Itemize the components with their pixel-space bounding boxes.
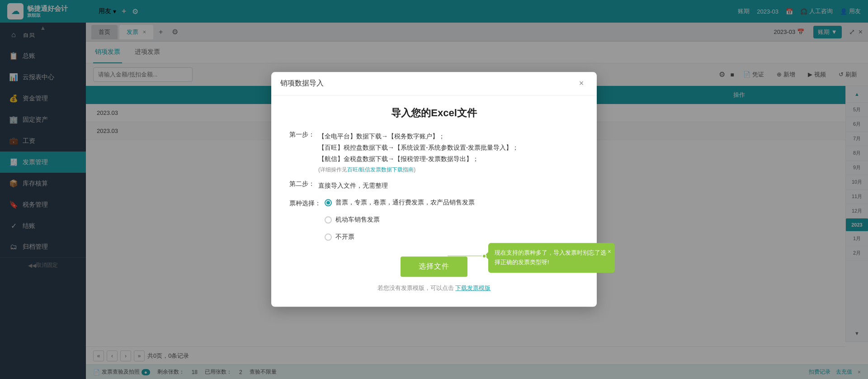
modal-import: 销项数据导入 × 导入您的Excel文件 第一步： 【全电平台】数据下载→【税务… [271,72,597,307]
modal-close-btn[interactable]: × [575,77,588,90]
ticket-general-label: 普票，专票，卷票，通行费发票，农产品销售发票 [335,199,475,207]
select-file-btn[interactable]: 选择文件 [401,257,467,277]
step1-label: 第一步： [289,131,315,175]
step1-content: 【全电平台】数据下载→【税务数字账户】； 【百旺】税控盘数据下载→【系统设置-系… [318,131,519,175]
tooltip-dot [482,254,486,259]
step1-line-1: 【全电平台】数据下载→【税务数字账户】； [318,131,519,142]
step2-row: 第二步： 直接导入文件，无需整理 [289,180,579,191]
radio-motor[interactable] [325,217,332,224]
tooltip-line [448,256,482,256]
ticket-option-motor[interactable]: 机动车销售发票 × 现在支持的票种多了，导入发票时别忘了选择正确的发票类型呀! [325,216,475,224]
ticket-selection: 票种选择： 普票，专票，卷票，通行费发票，农产品销售发票 机动车销售发票 × [289,199,579,246]
step1-row: 第一步： 【全电平台】数据下载→【税务数字账户】； 【百旺】税控盘数据下载→【系… [289,131,579,175]
download-hint: 若您没有发票模版，可以点击 下载发票模版 [289,284,579,296]
tooltip-balloon: × 现在支持的票种多了，导入发票时别忘了选择正确的发票类型呀! [488,243,615,273]
download-template-link[interactable]: 下载发票模版 [455,285,491,292]
radio-general[interactable] [325,199,332,207]
ticket-motor-label: 机动车销售发票 [335,216,380,224]
step1-line-2: 【百旺】税控盘数据下载→【系统设置-系统参数设置-发票批量导入】； [318,142,519,154]
step1-hint: (详细操作见百旺/航信发票数据下载指南) [318,165,519,175]
tooltip-close-btn[interactable]: × [608,247,611,257]
radio-noticket[interactable] [325,234,332,241]
modal-body: 导入您的Excel文件 第一步： 【全电平台】数据下载→【税务数字账户】； 【百… [271,95,597,307]
step2-label: 第二步： [289,180,315,191]
ticket-noticket-label: 不开票 [335,233,354,242]
modal-title: 销项数据导入 [280,79,324,88]
ticket-label: 票种选择： [289,200,321,208]
guide-link[interactable]: 百旺/航信发票数据下载指南 [347,166,414,173]
ticket-option-noticket[interactable]: 不开票 [325,233,475,242]
step1-line-3: 【航信】金税盘数据下载→【报税管理-发票数据导出】； [318,154,519,165]
ticket-option-general[interactable]: 普票，专票，卷票，通行费发票，农产品销售发票 [325,199,475,207]
modal-header: 销项数据导入 × [271,72,597,95]
download-hint-text: 若您没有发票模版，可以点击 [377,285,454,292]
step2-content: 直接导入文件，无需整理 [318,180,388,191]
modal-main-title: 导入您的Excel文件 [289,106,579,120]
tooltip-text: 现在支持的票种多了，导入发票时别忘了选择正确的发票类型呀! [495,250,606,266]
